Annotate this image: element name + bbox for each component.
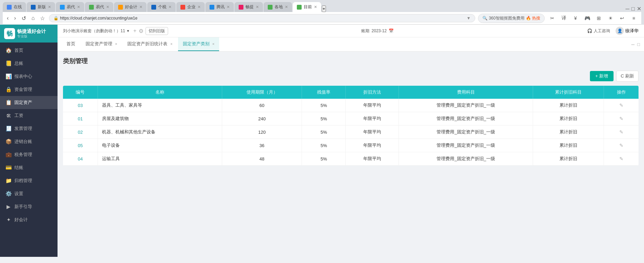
browser-tab-4[interactable]: 好会计 ✕ [114, 2, 147, 12]
dropdown-icon[interactable]: ▼ [467, 16, 471, 21]
tab-close-2[interactable]: ✕ [77, 5, 80, 9]
period-info: 账期 2023-12 📅 [361, 28, 394, 34]
tab-close-5[interactable]: ✕ [168, 5, 172, 9]
edit-icon-1[interactable]: ✎ [619, 116, 623, 121]
reload-btn[interactable]: ↺ [20, 14, 27, 22]
add-category-button[interactable]: + 新增 [590, 71, 614, 81]
browser-tab-2[interactable]: 易代 ✕ [56, 2, 84, 12]
game-icon[interactable]: 🎮 [582, 13, 592, 23]
cell-period-3: 36 [222, 139, 302, 152]
back-btn[interactable]: ‹ [5, 14, 10, 22]
sidebar-label-fixed-assets: 固定资产 [14, 99, 32, 106]
browser-tab-3[interactable]: 易代 ✕ [85, 2, 113, 12]
cell-residual-2: 5% [302, 125, 345, 139]
browser-tab-9[interactable]: 各地 ✕ [264, 2, 292, 12]
sidebar-label-purchase-sales: 进销台账 [14, 139, 32, 145]
page-tab-fixed-assets-mgmt[interactable]: 固定资产管理 × [81, 37, 122, 51]
tab-minimize-icon[interactable]: ─ [631, 42, 634, 47]
forward-btn[interactable]: › [13, 14, 17, 22]
tab-close-3[interactable]: ✕ [106, 5, 109, 9]
menu-icon[interactable]: ≡ [629, 13, 639, 23]
undo-icon[interactable]: ↩ [617, 13, 627, 23]
tab-close-asset-category[interactable]: × [212, 42, 214, 46]
sidebar-item-salary[interactable]: 🛠 工资 [0, 109, 58, 122]
browser-tab-5[interactable]: 个税 ✕ [147, 2, 176, 12]
sidebar-item-invoice[interactable]: 🧾 发票管理 [0, 122, 58, 135]
switch-version-btn[interactable]: 切到旧版 [146, 27, 168, 35]
address-bar: ‹ › ↺ ⌂ ☆ 🔒 https://cloud.chanjet.com/ac… [3, 12, 641, 25]
page-tab-asset-category[interactable]: 固定资产类别 × [178, 37, 219, 51]
cell-accum-4: 累计折旧 [533, 152, 604, 166]
edit-icon-3[interactable]: ✎ [619, 143, 623, 148]
edit-icon-2[interactable]: ✎ [619, 129, 623, 135]
user-avatar-area: 👤 徐泽华 [616, 27, 639, 35]
tab-close-8[interactable]: ✕ [256, 5, 259, 9]
translate-icon[interactable]: 译 [559, 13, 569, 23]
bookmark-btn[interactable]: ☆ [39, 14, 46, 22]
sidebar-item-more[interactable]: ✦ 好会计 [0, 213, 58, 226]
sidebar-item-settings[interactable]: ⚙️ 设置 [0, 187, 58, 200]
tab-maximize-icon[interactable]: □ [637, 42, 640, 47]
browser-tab-10[interactable]: 目前 ✕ [293, 2, 321, 12]
maximize-btn[interactable]: □ [631, 6, 635, 12]
sidebar-item-reports[interactable]: 📊 报表中心 [0, 70, 58, 83]
search-text: 360智能抠图免费用 [489, 15, 525, 21]
browser-tab-0[interactable]: 在线 [3, 2, 26, 12]
edit-icon-4[interactable]: ✎ [619, 156, 623, 162]
sidebar-item-purchase-sales[interactable]: 📦 进销台账 [0, 135, 58, 148]
cell-edit-3[interactable]: ✎ [604, 139, 639, 152]
right-panel: 刘小艳演示账套（勿删勿动！）11 ▾ + ⚙ 切到旧版 账期 2023-12 📅… [58, 25, 644, 257]
sidebar-item-checkout[interactable]: 💳 结账 [0, 161, 58, 174]
home-btn[interactable]: ⌂ [30, 14, 36, 22]
minimize-btn[interactable]: ─ [626, 6, 629, 12]
dropdown-arrow[interactable]: ▾ [127, 28, 129, 33]
calendar-icon[interactable]: 📅 [389, 28, 394, 33]
sidebar-item-fixed-assets[interactable]: 📋 固定资产 [0, 96, 58, 109]
content-area: 类别管理 + 新增 C 刷新 编号 名称 使用期限（月） 残值率 折旧方法 费用… [58, 51, 644, 257]
scissors-icon[interactable]: ✂ [547, 13, 557, 23]
brightness-icon[interactable]: ☀ [606, 13, 615, 23]
cell-edit-0[interactable]: ✎ [604, 99, 639, 112]
sidebar-item-archive[interactable]: 📁 归档管理 [0, 174, 58, 187]
tab-close-7[interactable]: ✕ [227, 5, 230, 9]
cell-edit-4[interactable]: ✎ [604, 152, 639, 166]
browser-tab-6[interactable]: 企业 ✕ [176, 2, 205, 12]
tab-close-10[interactable]: ✕ [314, 5, 317, 9]
support-btn[interactable]: 🎧 人工咨询 [587, 28, 610, 34]
edit-icon-0[interactable]: ✎ [619, 103, 623, 108]
close-btn[interactable]: ✕ [637, 5, 641, 12]
checkout-icon: 💳 [5, 165, 12, 171]
cell-edit-2[interactable]: ✎ [604, 125, 639, 139]
tab-close-4[interactable]: ✕ [139, 5, 142, 9]
sidebar-label-more: 好会计 [14, 217, 28, 223]
sidebar-label-tax: 税务管理 [14, 152, 32, 158]
tab-label-0: 在线 [14, 4, 22, 10]
grid-icon[interactable]: ⊞ [594, 13, 604, 23]
currency-icon[interactable]: ¥ [571, 13, 580, 23]
sidebar-item-tax[interactable]: 💼 税务管理 [0, 148, 58, 161]
tab-close-1[interactable]: ✕ [48, 5, 51, 9]
tab-close-6[interactable]: ✕ [198, 5, 201, 9]
plus-btn[interactable]: + [133, 28, 136, 34]
sidebar-item-guide[interactable]: ▶ 新手引导 [0, 200, 58, 213]
page-tab-home[interactable]: 首页 [62, 37, 80, 51]
browser-tab-8[interactable]: 畅提 ✕ [235, 2, 263, 12]
window-controls-group: ─ □ ✕ [626, 5, 641, 12]
search-bar[interactable]: 🔍 360智能抠图免费用 🔥 热搜 [478, 14, 545, 23]
browser-tab-7[interactable]: 腾讯 ✕ [205, 2, 234, 12]
tab-close-9[interactable]: ✕ [285, 5, 288, 9]
page-tab-depreciation-table[interactable]: 固定资产折旧统计表 × [123, 37, 177, 51]
sidebar-item-ledger[interactable]: 📒 总账 [0, 57, 58, 70]
tab-close-fixed-assets-mgmt[interactable]: × [115, 42, 117, 46]
refresh-button[interactable]: C 刷新 [616, 71, 639, 82]
guide-icon: ▶ [5, 204, 12, 210]
tab-close-depreciation-table[interactable]: × [170, 42, 172, 46]
new-tab-button[interactable]: + [322, 5, 326, 12]
sidebar-item-funds[interactable]: 🔒 资金管理 [0, 83, 58, 96]
url-bar[interactable]: 🔒 https://cloud.chanjet.com/accounting/u… [49, 14, 475, 22]
cell-edit-1[interactable]: ✎ [604, 112, 639, 125]
browser-tab-1[interactable]: 新版 ✕ [27, 2, 55, 12]
sidebar-item-home[interactable]: 🏠 首页 [0, 44, 58, 57]
app-title: 畅捷通好会计 [17, 28, 46, 34]
gear-btn[interactable]: ⚙ [139, 28, 143, 34]
